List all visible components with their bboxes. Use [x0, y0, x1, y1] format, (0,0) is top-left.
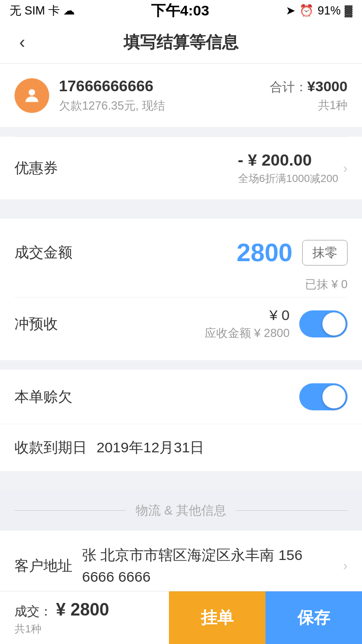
round-button[interactable]: 抹零: [302, 240, 348, 266]
amount-right: 2800 抹零: [237, 238, 348, 267]
save-button[interactable]: 保存: [265, 591, 362, 644]
location-icon: ➤: [286, 4, 295, 17]
deal-amount-label: 成交金额: [14, 243, 72, 263]
prepay-row: 冲预收 ¥ 0 应收金额 ¥ 2800: [14, 297, 348, 350]
due-row: 收款到期日 2019年12月31日: [0, 424, 362, 471]
section-gap-2: [0, 360, 362, 370]
debt-label: 本单赊欠: [14, 387, 72, 407]
status-right: ➤ ⏰ 91% ▓: [286, 4, 352, 17]
customer-row: 17666666666 欠款1276.35元, 现结 合计：¥3000 共1种: [0, 64, 362, 127]
coupon-label: 优惠券: [14, 158, 58, 178]
logistics-divider: 物流 & 其他信息: [0, 490, 362, 531]
customer-sub: 欠款1276.35元, 现结: [59, 98, 165, 113]
section-gap-1: [0, 209, 362, 219]
chevron-right-icon: ›: [343, 161, 348, 176]
section-gap-3: [0, 481, 362, 490]
prepay-label: 冲预收: [14, 314, 58, 334]
due-value: 2019年12月31日: [97, 438, 204, 458]
battery-status: 91%: [318, 4, 341, 17]
customer-info: 17666666666 欠款1276.35元, 现结: [59, 77, 165, 113]
coupon-discount: - ¥ 200.00: [238, 151, 338, 169]
back-button[interactable]: ‹: [14, 28, 30, 57]
address-value: 张 北京市市辖区海淀区永丰南 156 6666 6666: [82, 544, 335, 588]
coupon-desc: 全场6折满1000减200: [238, 171, 338, 186]
total-count: 共1种: [270, 98, 348, 113]
prepay-sub: 应收金额 ¥ 2800: [205, 325, 290, 341]
prepay-toggle[interactable]: [299, 310, 348, 337]
battery-icon: ▓: [345, 4, 352, 17]
summary-deal-row: 成交： ¥ 2800: [14, 600, 154, 620]
prepay-right: ¥ 0 应收金额 ¥ 2800: [205, 307, 348, 341]
debt-row: 本单赊欠: [0, 370, 362, 424]
coupon-discount-area: - ¥ 200.00 全场6折满1000减200: [238, 151, 338, 186]
amount-row: 成交金额 2800 抹零: [14, 228, 348, 277]
alarm-icon: ⏰: [299, 4, 314, 17]
status-time: 下午4:03: [151, 1, 209, 21]
customer-card: 17666666666 欠款1276.35元, 现结 合计：¥3000 共1种: [0, 64, 362, 127]
summary-count: 共1种: [14, 622, 154, 636]
status-bar: 无 SIM 卡 ☁ 下午4:03 ➤ ⏰ 91% ▓: [0, 0, 362, 21]
due-label: 收款到期日: [14, 438, 87, 458]
nav-bar: ‹ 填写结算等信息: [0, 21, 362, 64]
amount-section: 成交金额 2800 抹零 已抹 ¥ 0 冲预收 ¥ 0 应收金额 ¥ 2800: [0, 219, 362, 360]
content: 17666666666 欠款1276.35元, 现结 合计：¥3000 共1种 …: [0, 64, 362, 644]
customer-phone: 17666666666: [59, 77, 165, 95]
sim-status: 无 SIM 卡 ☁: [10, 3, 75, 18]
bottom-bar: 成交： ¥ 2800 共1种 挂单 保存: [0, 591, 362, 644]
deal-amount-value: 2800: [237, 238, 292, 267]
customer-left: 17666666666 欠款1276.35元, 现结: [14, 77, 165, 113]
coupon-card: 优惠券 - ¥ 200.00 全场6折满1000减200 ›: [0, 137, 362, 199]
logistics-line-right: [236, 510, 348, 511]
debt-card: 本单赊欠 收款到期日 2019年12月31日: [0, 370, 362, 471]
total-label: 合计：¥3000: [270, 78, 348, 96]
hold-button[interactable]: 挂单: [169, 591, 265, 644]
summary-info: 成交： ¥ 2800 共1种: [0, 600, 169, 636]
logistics-text: 物流 & 其他信息: [136, 502, 226, 519]
amount-sub: 已抹 ¥ 0: [14, 277, 348, 297]
status-left: 无 SIM 卡 ☁: [10, 3, 75, 18]
coupon-row[interactable]: 优惠券 - ¥ 200.00 全场6折满1000减200 ›: [0, 137, 362, 199]
summary-amount: ¥ 2800: [56, 600, 109, 620]
coupon-right: - ¥ 200.00 全场6折满1000减200 ›: [238, 151, 348, 186]
prepay-amount: ¥ 0: [205, 307, 290, 323]
svg-point-0: [28, 89, 35, 95]
logistics-line-left: [14, 510, 126, 511]
summary-deal-label: 成交：: [14, 603, 52, 620]
page-title: 填写结算等信息: [124, 31, 238, 54]
debt-toggle[interactable]: [299, 383, 348, 410]
user-icon: [22, 86, 42, 105]
address-chevron-icon: ›: [343, 558, 348, 574]
customer-right: 合计：¥3000 共1种: [270, 78, 348, 113]
prepay-values: ¥ 0 应收金额 ¥ 2800: [205, 307, 290, 341]
address-label: 客户地址: [14, 556, 72, 576]
avatar: [14, 78, 49, 113]
